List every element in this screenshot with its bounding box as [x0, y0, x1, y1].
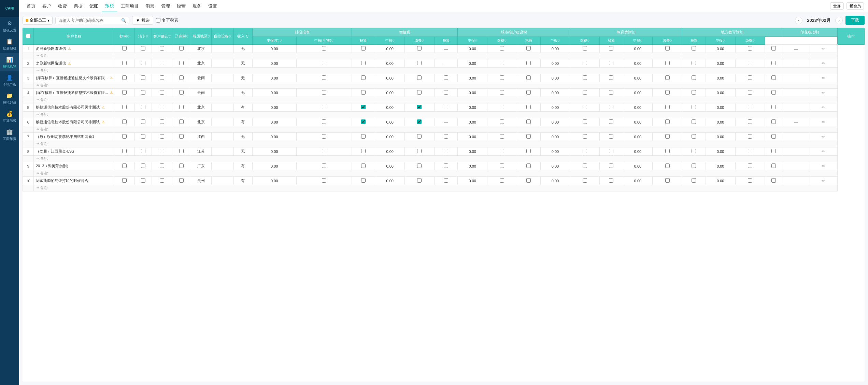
- stamp-pay[interactable]: [765, 177, 782, 185]
- edu-declare[interactable]: [570, 59, 600, 68]
- stamp-declare[interactable]: [735, 74, 765, 82]
- sidebar-item-batch-tax[interactable]: 📋 批量报税: [0, 35, 19, 53]
- stamp-declare[interactable]: [735, 45, 765, 53]
- annual-declare-cell[interactable]: [296, 103, 352, 112]
- stamp-pay[interactable]: [765, 147, 782, 156]
- local-declare[interactable]: [653, 45, 682, 53]
- city-pay[interactable]: [517, 74, 540, 82]
- next-month-btn[interactable]: ›: [835, 17, 843, 24]
- city-pay[interactable]: [517, 177, 540, 185]
- stamp-declare[interactable]: [735, 162, 765, 170]
- col-declared[interactable]: [172, 74, 191, 82]
- sidebar-item-tax-overview[interactable]: 📊 报税总览: [0, 53, 19, 71]
- nav-message[interactable]: 消息: [142, 0, 158, 12]
- vat-declare[interactable]: [405, 147, 435, 156]
- vat-pay[interactable]: [434, 162, 458, 170]
- col-confirm[interactable]: [152, 133, 172, 141]
- col-confirm[interactable]: [152, 59, 172, 68]
- col-declared[interactable]: [172, 133, 191, 141]
- city-pay[interactable]: [517, 133, 540, 141]
- col-confirm[interactable]: [152, 89, 172, 97]
- search-input[interactable]: [58, 18, 120, 23]
- city-declare[interactable]: [487, 118, 517, 126]
- city-declare[interactable]: [487, 74, 517, 82]
- edu-declare[interactable]: [570, 177, 600, 185]
- stamp-declare[interactable]: [735, 103, 765, 112]
- vat-declare[interactable]: [405, 45, 435, 53]
- col-tax[interactable]: [114, 89, 134, 97]
- edu-pay[interactable]: [599, 147, 623, 156]
- col-confirm[interactable]: [152, 74, 172, 82]
- annual-declare-cell[interactable]: [296, 177, 352, 185]
- member-btn[interactable]: 畅会员: [846, 2, 864, 10]
- operation-cell[interactable]: ✏: [810, 147, 837, 156]
- sidebar-item-tax-records[interactable]: 📁 报税记录: [0, 89, 19, 108]
- col-confirm[interactable]: [152, 177, 172, 185]
- city-pay[interactable]: [517, 45, 540, 53]
- col-tax[interactable]: [114, 45, 134, 53]
- edit-icon[interactable]: ✏: [822, 178, 825, 183]
- col-declared[interactable]: [172, 103, 191, 112]
- col-tax[interactable]: [114, 59, 134, 68]
- stamp-declare[interactable]: [735, 177, 765, 185]
- edit-icon[interactable]: ✏: [822, 149, 825, 154]
- vat-pay[interactable]: [434, 74, 458, 82]
- edit-icon[interactable]: ✏: [822, 163, 825, 169]
- annual-declare-cell[interactable]: [296, 118, 352, 126]
- stamp-declare[interactable]: [735, 147, 765, 156]
- vat-pay[interactable]: [434, 103, 458, 112]
- col-tax[interactable]: [114, 103, 134, 112]
- col-tax[interactable]: [114, 118, 134, 126]
- local-declare[interactable]: [653, 147, 682, 156]
- monthly-declare-cell[interactable]: [352, 59, 375, 68]
- city-pay[interactable]: [517, 162, 540, 170]
- vat-declare[interactable]: [405, 118, 435, 126]
- nav-customer[interactable]: 客户: [39, 0, 55, 12]
- operation-cell[interactable]: ✏: [810, 162, 837, 170]
- annual-declare-cell[interactable]: [296, 162, 352, 170]
- col-swipe[interactable]: [134, 133, 152, 141]
- edu-declare[interactable]: [570, 147, 600, 156]
- col-confirm[interactable]: [152, 118, 172, 126]
- city-declare[interactable]: [487, 133, 517, 141]
- nav-billing[interactable]: 收费: [55, 0, 70, 12]
- annual-declare-cell[interactable]: [296, 59, 352, 68]
- filter-button[interactable]: ▼ 筛选: [132, 16, 153, 25]
- local-declare[interactable]: [653, 177, 682, 185]
- edit-icon[interactable]: ✏: [822, 90, 825, 95]
- nav-invoice[interactable]: 票据: [70, 0, 86, 12]
- operation-cell[interactable]: ✏: [810, 45, 837, 53]
- col-tax[interactable]: [114, 162, 134, 170]
- city-pay[interactable]: [517, 59, 540, 68]
- stamp-pay[interactable]: [765, 89, 782, 97]
- local-pay[interactable]: [682, 45, 706, 53]
- col-swipe[interactable]: [134, 74, 152, 82]
- col-declared[interactable]: [172, 89, 191, 97]
- annual-declare-cell[interactable]: [296, 74, 352, 82]
- annual-declare-cell[interactable]: [296, 147, 352, 156]
- nav-settings[interactable]: 设置: [205, 0, 220, 12]
- city-declare[interactable]: [487, 147, 517, 156]
- stamp-pay[interactable]: [765, 118, 782, 126]
- local-pay[interactable]: [682, 103, 706, 112]
- city-declare[interactable]: [487, 89, 517, 97]
- city-declare[interactable]: [487, 177, 517, 185]
- prev-month-btn[interactable]: ‹: [795, 17, 802, 24]
- edu-declare[interactable]: [570, 162, 600, 170]
- edit-icon[interactable]: ✏: [822, 75, 825, 81]
- stamp-pay[interactable]: [765, 162, 782, 170]
- local-declare[interactable]: [653, 89, 682, 97]
- edit-icon[interactable]: ✏: [822, 105, 825, 110]
- local-pay[interactable]: [682, 147, 706, 156]
- nav-service[interactable]: 服务: [189, 0, 205, 12]
- stamp-declare[interactable]: [735, 89, 765, 97]
- fullscreen-btn[interactable]: 全屏: [830, 2, 844, 10]
- monthly-declare-cell[interactable]: [352, 147, 375, 156]
- nav-industry[interactable]: 工商项目: [117, 0, 142, 12]
- edu-pay[interactable]: [599, 74, 623, 82]
- col-swipe[interactable]: [134, 59, 152, 68]
- download-button[interactable]: 下载: [845, 16, 865, 25]
- vat-declare[interactable]: [405, 133, 435, 141]
- local-declare[interactable]: [653, 74, 682, 82]
- monthly-declare-cell[interactable]: [352, 118, 375, 126]
